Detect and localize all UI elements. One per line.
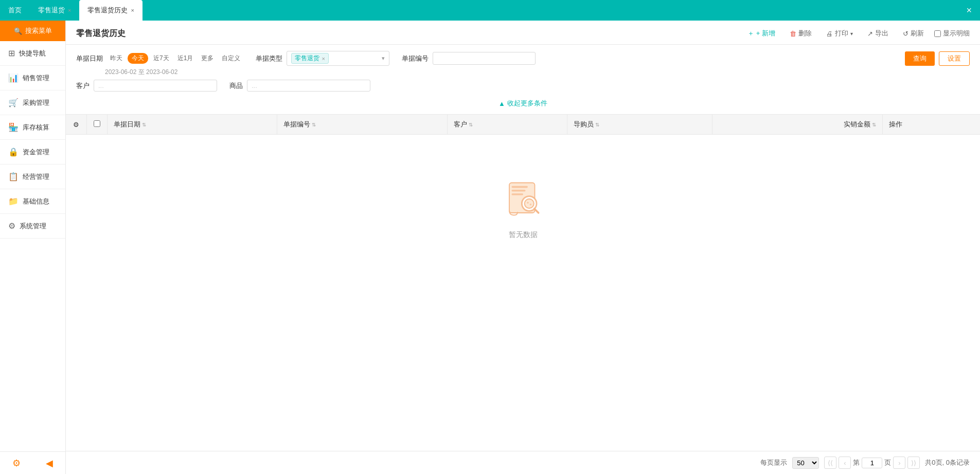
page-prev-button[interactable]: ‹ [839,457,851,469]
th-bill-date: 单据日期 ⇅ [107,115,277,135]
sidebar-item-inventory-label: 库存核算 [23,123,49,132]
th-operation-label: 操作 [889,120,902,128]
empty-text: 暂无数据 [509,230,538,240]
bill-type-select[interactable]: 零售退货 × ▾ [287,51,389,66]
inventory-icon: 🏪 [8,122,19,132]
th-actual-amount-sort[interactable]: 实销金额 ⇅ [719,120,876,129]
page-summary: 共0页, 0条记录 [925,458,970,467]
setting-button[interactable]: 设置 [939,51,970,66]
th-checkbox [86,115,107,135]
page-last-button[interactable]: ⟩⟩ [907,457,920,469]
new-button[interactable]: ＋ + 新增 [743,27,779,40]
sidebar-search[interactable]: 🔍 搜索菜单 [0,21,65,41]
sidebar-item-purchase-mgmt-label: 采购管理 [23,98,49,107]
export-label: 导出 [875,29,888,38]
customer-filter: 客户 ... [76,80,217,92]
close-window-button[interactable]: × [966,5,972,16]
sort-actual-amount-icon: ⇅ [872,122,876,127]
print-dropdown-icon: ▾ [850,31,853,37]
tab-home[interactable]: 首页 [0,0,30,21]
display-detail-checkbox[interactable] [934,30,941,37]
sidebar-settings-icon[interactable]: ⚙ [12,458,21,469]
print-icon: 🖨 [826,30,833,38]
th-settings[interactable]: ⚙ [66,115,86,135]
sort-bill-number-icon: ⇅ [312,122,316,127]
print-label: 打印 [835,29,848,38]
tab-retail-return[interactable]: 零售退货 × [30,0,79,21]
bill-type-tag: 零售退货 × [291,53,328,64]
shortcut-last1month[interactable]: 近1月 [174,53,197,64]
new-icon: ＋ [747,29,754,38]
sidebar-item-sales-mgmt[interactable]: 📊 销售管理 [0,66,65,90]
table-header-row: ⚙ 单据日期 ⇅ 单据编号 [66,115,980,135]
customer-label: 客户 [76,81,90,90]
shortcut-more[interactable]: 更多 [198,53,217,64]
sidebar-item-quick-nav[interactable]: ⊞ 快捷导航 [0,41,65,66]
sidebar-item-purchase-mgmt[interactable]: 🛒 采购管理 [0,90,65,115]
per-page-label: 每页显示 [760,458,787,467]
display-detail-label: 显示明细 [943,29,970,38]
page-title: 零售退货历史 [76,28,126,39]
per-page-select[interactable]: 50 100 200 [792,457,819,469]
th-bill-date-sort[interactable]: 单据日期 ⇅ [114,120,271,129]
bill-type-tag-label: 零售退货 [295,54,319,63]
query-button[interactable]: 查询 [905,51,935,66]
sidebar: 🔍 搜索菜单 ⊞ 快捷导航 📊 销售管理 🛒 采购管理 🏪 库存核算 🔒 [0,21,66,474]
svg-point-8 [529,204,531,206]
sidebar-item-inventory[interactable]: 🏪 库存核算 [0,115,65,140]
sidebar-item-operations[interactable]: 📋 经营管理 [0,165,65,189]
collapse-icon: ▲ [498,100,505,107]
goods-placeholder: ... [252,82,257,89]
th-bill-number-sort[interactable]: 单据编号 ⇅ [283,120,441,129]
th-bill-number-label: 单据编号 [283,120,310,129]
th-guide-label: 导购员 [574,120,594,129]
th-customer-sort[interactable]: 客户 ⇅ [454,120,561,129]
page-next-button[interactable]: › [893,457,905,469]
empty-state-row: 暂无数据 [66,135,980,281]
sidebar-collapse-icon[interactable]: ◀ [46,458,53,469]
tab-retail-return-history[interactable]: 零售退货历史 × [79,0,142,21]
sidebar-item-sales-mgmt-label: 销售管理 [23,74,49,83]
refresh-button[interactable]: ↺ 刷新 [899,27,928,40]
sidebar-search-label: 搜索菜单 [25,26,52,35]
bill-number-input[interactable] [433,52,536,65]
tab-retail-return-close[interactable]: × [68,7,71,13]
empty-state: 暂无数据 [66,135,980,281]
print-button[interactable]: 🖨 打印 ▾ [822,27,857,40]
toolbar: ＋ + 新增 🗑 删除 🖨 打印 ▾ ↗ 导出 ↺ [743,27,970,40]
page-prefix: 第 [853,458,860,467]
operations-icon: 📋 [8,172,19,181]
delete-label: 删除 [798,29,812,38]
th-bill-number: 单据编号 ⇅ [277,115,448,135]
sidebar-item-basic-info[interactable]: 📁 基础信息 [0,189,65,214]
page-number-input[interactable] [862,458,882,468]
date-range-text: 2023-06-02 至 2023-06-02 [105,68,177,76]
goods-select[interactable]: ... [247,80,370,92]
top-nav-right: × [958,5,980,16]
bill-type-label: 单据类型 [256,54,282,63]
bill-type-filter: 单据类型 零售退货 × ▾ [256,51,389,66]
sort-guide-icon: ⇅ [595,122,599,127]
shortcut-last7[interactable]: 近7天 [150,53,172,64]
bill-type-tag-close[interactable]: × [322,56,325,62]
pagination-bar: 每页显示 50 100 200 ⟨⟨ ‹ 第 页 › ⟩⟩ 共0页, 0条记录 [66,451,980,474]
collapse-button[interactable]: ▲ 收起更多条件 [498,99,547,108]
sidebar-item-system-mgmt-label: 系统管理 [20,222,46,231]
shortcut-today[interactable]: 今天 [128,53,148,64]
th-actual-amount: 实销金额 ⇅ [712,115,882,135]
tab-retail-return-history-close[interactable]: × [131,7,134,13]
bill-number-label: 单据编号 [402,54,429,63]
export-button[interactable]: ↗ 导出 [863,27,893,40]
page-header: 零售退货历史 ＋ + 新增 🗑 删除 🖨 打印 ▾ ↗ 导出 [66,21,980,45]
sidebar-item-system-mgmt[interactable]: ⚙ 系统管理 [0,214,65,239]
shortcut-custom[interactable]: 自定义 [219,53,243,64]
customer-select[interactable]: ... [94,80,217,92]
svg-rect-2 [511,190,525,192]
purchase-mgmt-icon: 🛒 [8,98,19,107]
delete-button[interactable]: 🗑 删除 [786,27,816,40]
th-guide-sort[interactable]: 导购员 ⇅ [574,120,706,129]
select-all-checkbox[interactable] [94,120,100,127]
shortcut-yesterday[interactable]: 昨天 [107,53,126,64]
sidebar-item-finance[interactable]: 🔒 资金管理 [0,140,65,165]
page-first-button[interactable]: ⟨⟨ [824,457,836,469]
